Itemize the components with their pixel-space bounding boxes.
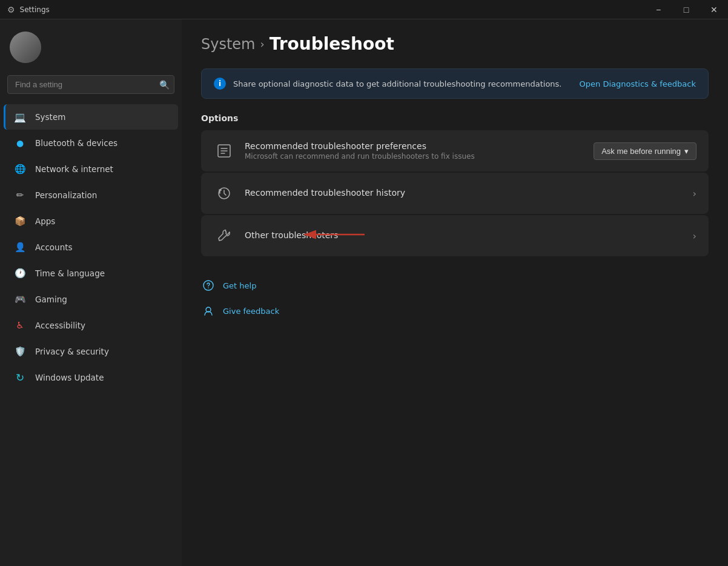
sidebar-item-label-personalization: Personalization — [35, 190, 97, 200]
titlebar-title: Settings — [20, 5, 50, 14]
sidebar-item-update[interactable]: ↻ Windows Update — [4, 365, 178, 390]
get-help-text: Get help — [223, 281, 256, 290]
system-icon: 💻 — [13, 110, 27, 124]
option-recommended-preferences[interactable]: Recommended troubleshooter preferences M… — [201, 130, 709, 171]
titlebar: ⚙ Settings − □ ✕ — [0, 0, 728, 19]
breadcrumb-parent: System — [201, 36, 256, 53]
sidebar-item-label-update: Windows Update — [35, 373, 104, 382]
sidebar-item-label-bluetooth: Bluetooth & devices — [35, 138, 117, 148]
maximize-button[interactable]: □ — [672, 0, 700, 19]
sidebar-item-label-network: Network & internet — [35, 164, 113, 174]
network-icon: 🌐 — [13, 162, 27, 176]
preferences-dropdown[interactable]: Ask me before running ▾ — [594, 142, 697, 160]
help-links: Get help Give feedback — [201, 276, 709, 321]
other-troubleshooters-title: Other troubleshooters — [245, 230, 693, 240]
history-title: Recommended troubleshooter history — [245, 188, 693, 198]
sidebar-item-label-time: Time & language — [35, 268, 105, 278]
preferences-title: Recommended troubleshooter preferences — [245, 141, 594, 151]
sidebar-item-bluetooth[interactable]: ● Bluetooth & devices — [4, 130, 178, 156]
sidebar-profile — [0, 19, 182, 73]
options-list: Recommended troubleshooter preferences M… — [201, 130, 709, 256]
info-banner-text: Share optional diagnostic data to get ad… — [233, 79, 561, 88]
minimize-button[interactable]: − — [644, 0, 672, 19]
other-troubleshooters-content: Other troubleshooters — [245, 230, 693, 241]
update-icon: ↻ — [13, 371, 27, 384]
sidebar-item-gaming[interactable]: 🎮 Gaming — [4, 287, 178, 312]
sidebar-item-personalization[interactable]: ✏️ Personalization — [4, 182, 178, 208]
sidebar-item-time[interactable]: 🕐 Time & language — [4, 261, 178, 286]
sidebar-item-privacy[interactable]: 🛡️ Privacy & security — [4, 339, 178, 364]
bluetooth-icon: ● — [13, 136, 27, 150]
close-button[interactable]: ✕ — [700, 0, 728, 19]
preferences-content: Recommended troubleshooter preferences M… — [245, 141, 594, 161]
app-window: 🔍 💻 System ● Bluetooth & devices 🌐 Netwo… — [0, 19, 728, 566]
history-icon — [213, 182, 235, 204]
other-troubleshooters-right: › — [693, 230, 697, 242]
sidebar-item-label-privacy: Privacy & security — [35, 347, 109, 356]
sidebar-nav: 💻 System ● Bluetooth & devices 🌐 Network… — [0, 101, 182, 566]
options-section-label: Options — [201, 113, 709, 123]
dropdown-chevron-icon: ▾ — [684, 147, 689, 156]
apps-icon: 📦 — [13, 215, 27, 228]
search-icon-button[interactable]: 🔍 — [159, 80, 170, 90]
open-diagnostics-link[interactable]: Open Diagnostics & feedback — [580, 79, 696, 88]
sidebar-item-network[interactable]: 🌐 Network & internet — [4, 156, 178, 182]
dropdown-value: Ask me before running — [601, 147, 681, 156]
search-box: 🔍 — [7, 75, 174, 94]
avatar — [10, 32, 41, 63]
settings-icon: ⚙ — [7, 5, 15, 15]
history-content: Recommended troubleshooter history — [245, 188, 693, 199]
info-icon: i — [214, 78, 226, 90]
sidebar-item-label-accounts: Accounts — [35, 242, 73, 252]
sidebar-item-label-gaming: Gaming — [35, 295, 67, 304]
option-recommended-history[interactable]: Recommended troubleshooter history › — [201, 173, 709, 214]
svg-point-4 — [208, 287, 209, 288]
time-icon: 🕐 — [13, 267, 27, 280]
sidebar: 🔍 💻 System ● Bluetooth & devices 🌐 Netwo… — [0, 19, 182, 566]
sidebar-item-label-apps: Apps — [35, 216, 55, 226]
give-feedback-icon — [201, 304, 216, 318]
sidebar-item-accounts[interactable]: 👤 Accounts — [4, 235, 178, 260]
accounts-icon: 👤 — [13, 241, 27, 254]
info-banner-left: i Share optional diagnostic data to get … — [214, 78, 561, 90]
privacy-icon: 🛡️ — [13, 345, 27, 358]
personalization-icon: ✏️ — [13, 188, 27, 202]
titlebar-left: ⚙ Settings — [7, 5, 50, 15]
titlebar-controls: − □ ✕ — [644, 0, 728, 19]
sidebar-item-label-system: System — [35, 112, 65, 122]
give-feedback-link[interactable]: Give feedback — [201, 301, 709, 321]
search-input[interactable] — [7, 75, 174, 94]
option-other-troubleshooters[interactable]: Other troubleshooters › — [201, 215, 709, 256]
other-troubleshooters-chevron-icon: › — [693, 230, 697, 242]
history-chevron-icon: › — [693, 188, 697, 199]
preferences-subtitle: Microsoft can recommend and run troubles… — [245, 152, 594, 161]
avatar-image — [10, 32, 41, 63]
breadcrumb-current: Troubleshoot — [270, 34, 394, 54]
accessibility-icon: ♿ — [13, 319, 27, 332]
breadcrumb-separator: › — [260, 38, 265, 50]
preferences-icon — [213, 140, 235, 162]
wrench-icon — [213, 225, 235, 247]
sidebar-item-system[interactable]: 💻 System — [4, 104, 178, 130]
info-banner: i Share optional diagnostic data to get … — [201, 68, 709, 99]
sidebar-item-accessibility[interactable]: ♿ Accessibility — [4, 313, 178, 338]
history-right: › — [693, 188, 697, 199]
give-feedback-text: Give feedback — [223, 307, 279, 316]
get-help-icon — [201, 278, 216, 293]
sidebar-item-label-accessibility: Accessibility — [35, 321, 85, 330]
preferences-right: Ask me before running ▾ — [594, 142, 697, 160]
get-help-link[interactable]: Get help — [201, 276, 709, 295]
gaming-icon: 🎮 — [13, 293, 27, 306]
main-content: System › Troubleshoot i Share optional d… — [182, 19, 728, 566]
sidebar-item-apps[interactable]: 📦 Apps — [4, 208, 178, 234]
page-title: System › Troubleshoot — [201, 34, 709, 54]
